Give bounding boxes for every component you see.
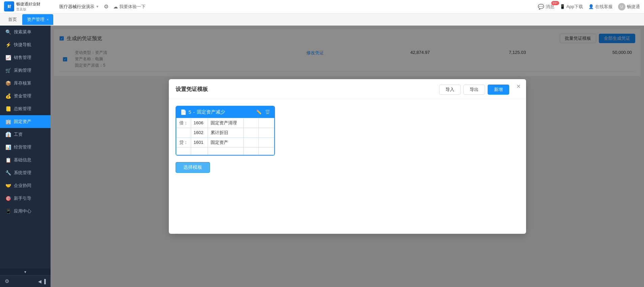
cloud-icon: ☁	[113, 4, 118, 9]
template-edit-icon[interactable]: ✏️	[256, 109, 262, 115]
sidebar-item-system[interactable]: 🔧 系统管理	[0, 166, 51, 179]
logo-text: 畅捷通好业财	[16, 1, 40, 7]
chevron-down-icon: ▼	[96, 5, 99, 8]
template-row-4-credit	[259, 147, 274, 155]
template-name-dash: -	[193, 109, 195, 115]
template-row-4-debit	[244, 147, 259, 155]
sidebar-label-search: 搜索菜单	[14, 29, 31, 35]
dialog-close-button[interactable]: ✕	[516, 84, 521, 89]
sidebar-label-ledger: 总账管理	[14, 106, 31, 112]
modal-overlay: 设置凭证模板 导入 导出 新增 ✕ 📄	[51, 26, 644, 287]
tab-home[interactable]: 首页	[3, 14, 22, 25]
tab-asset-mgmt[interactable]: 资产管理 ×	[22, 14, 53, 25]
sidebar-label-payroll: 工资	[14, 131, 23, 137]
ledger-icon: 📒	[5, 106, 11, 111]
template-row-3-credit	[259, 137, 274, 147]
template-row-3: 贷： 1601 固定资产	[176, 137, 274, 147]
sidebar-item-search[interactable]: 🔍 搜索菜单	[0, 26, 51, 38]
sidebar-collapse-icon[interactable]: ◀ ▐	[38, 279, 46, 284]
sidebar-item-payroll[interactable]: 👔 工资	[0, 128, 51, 141]
template-row-1-subject: 固定资产清理	[208, 118, 244, 128]
template-row-2: 1602 累计折旧	[176, 128, 274, 137]
search-icon: 🔍	[5, 29, 11, 35]
sidebar-item-ledger[interactable]: 📒 总账管理	[0, 102, 51, 115]
sidebar-label-quick-nav: 快捷导航	[14, 42, 31, 48]
template-row-2-code: 1602	[191, 128, 208, 137]
template-id: 5	[189, 109, 191, 115]
purchase-icon: 🛒	[5, 68, 11, 73]
user-name: 畅捷通	[627, 4, 640, 10]
sidebar-item-finance[interactable]: 💰 资金管理	[0, 90, 51, 102]
sidebar-item-inventory[interactable]: 📦 库存核算	[0, 77, 51, 90]
dialog-title: 设置凭证模板	[176, 86, 208, 93]
sidebar-scroll-down[interactable]: ▼	[0, 268, 51, 275]
sidebar-label-guide: 新手引导	[14, 195, 31, 201]
template-row-1-code: 1606	[191, 118, 208, 128]
dialog: 设置凭证模板 导入 导出 新增 ✕ 📄	[169, 79, 526, 234]
template-row-1-credit	[259, 118, 274, 128]
template-row-1: 借： 1606 固定资产清理	[176, 118, 274, 128]
sidebar-label-purchase: 采购管理	[14, 67, 31, 73]
template-row-3-subject: 固定资产	[208, 137, 244, 147]
template-row-3-direction: 贷：	[176, 137, 191, 147]
sidebar-item-sales[interactable]: 📈 销售管理	[0, 51, 51, 64]
gear-button[interactable]: ⚙	[104, 3, 109, 10]
template-row-2-credit	[259, 128, 274, 137]
user-icon: U	[618, 3, 625, 10]
payroll-icon: 👔	[5, 132, 11, 137]
company-name: 医疗器械行业演示	[59, 4, 94, 10]
user-menu[interactable]: U 畅捷通	[618, 3, 640, 10]
template-row-3-code: 1601	[191, 137, 208, 147]
tab-asset-mgmt-label: 资产管理	[27, 17, 44, 23]
collab-icon: 🤝	[5, 183, 11, 188]
company-selector[interactable]: 医疗器械行业演示 ▼	[57, 4, 101, 10]
app-center-icon: 📱	[5, 209, 11, 214]
new-button[interactable]: 新增	[488, 85, 509, 95]
messages-button[interactable]: 💬 消息 99+	[538, 4, 554, 10]
sidebar-label-app-center: 应用中心	[14, 208, 31, 214]
finance-icon: 💰	[5, 93, 11, 99]
sidebar-item-basic-info[interactable]: 📋 基础信息	[0, 154, 51, 166]
tab-close-icon[interactable]: ×	[47, 18, 49, 22]
guide-icon: 🎯	[5, 196, 11, 201]
sidebar-item-purchase[interactable]: 🛒 采购管理	[0, 64, 51, 77]
tab-home-label: 首页	[8, 17, 17, 23]
message-badge: 99+	[551, 1, 559, 5]
template-doc-icon: 📄	[180, 109, 187, 115]
online-service-button[interactable]: 👤 在线客服	[588, 4, 613, 10]
export-button[interactable]: 导出	[463, 85, 485, 95]
sidebar-label-basic-info: 基础信息	[14, 157, 31, 163]
logo-subtext: 普及版	[16, 7, 40, 12]
sidebar-label-collab: 企业协同	[14, 183, 31, 189]
sidebar-label-inventory: 库存核算	[14, 80, 31, 86]
app-download-button[interactable]: 📱 App下载	[560, 4, 583, 10]
sidebar-label-sales: 销售管理	[14, 55, 31, 61]
template-name: 固定资产减少	[197, 109, 225, 115]
template-delete-icon[interactable]: 🗑️	[265, 109, 270, 115]
app-label: App下载	[566, 4, 583, 10]
cloud-experience[interactable]: ☁ 我要体验一下	[113, 4, 146, 10]
sidebar-item-app-center[interactable]: 📱 应用中心	[0, 205, 51, 218]
logo-icon: 财	[4, 1, 14, 11]
fixed-assets-icon: 🏢	[5, 119, 11, 124]
sales-icon: 📈	[5, 55, 11, 60]
template-row-2-debit	[244, 128, 259, 137]
sidebar-item-fixed-assets[interactable]: 🏢 固定资产	[0, 115, 51, 128]
sidebar-item-quick-nav[interactable]: ⚡ 快捷导航	[0, 38, 51, 51]
phone-icon: 📱	[560, 4, 565, 9]
template-row-2-subject: 累计折旧	[208, 128, 244, 137]
basic-info-icon: 📋	[5, 157, 11, 163]
select-template-button[interactable]: 选择模板	[176, 162, 210, 173]
template-row-1-debit	[244, 118, 259, 128]
message-icon: 💬	[538, 4, 544, 10]
template-card-header: 📄 5 - 固定资产减少 ✏️ 🗑️	[176, 106, 274, 118]
operations-icon: 📊	[5, 145, 11, 150]
sidebar-item-guide[interactable]: 🎯 新手引导	[0, 192, 51, 205]
template-row-2-direction	[176, 128, 191, 137]
sidebar-item-collab[interactable]: 🤝 企业协同	[0, 179, 51, 192]
sidebar-label-operations: 经营管理	[14, 144, 31, 150]
sidebar-settings-icon[interactable]: ⚙	[5, 278, 9, 284]
sidebar-item-operations[interactable]: 📊 经营管理	[0, 141, 51, 154]
service-icon: 👤	[588, 4, 594, 9]
import-button[interactable]: 导入	[439, 85, 461, 95]
